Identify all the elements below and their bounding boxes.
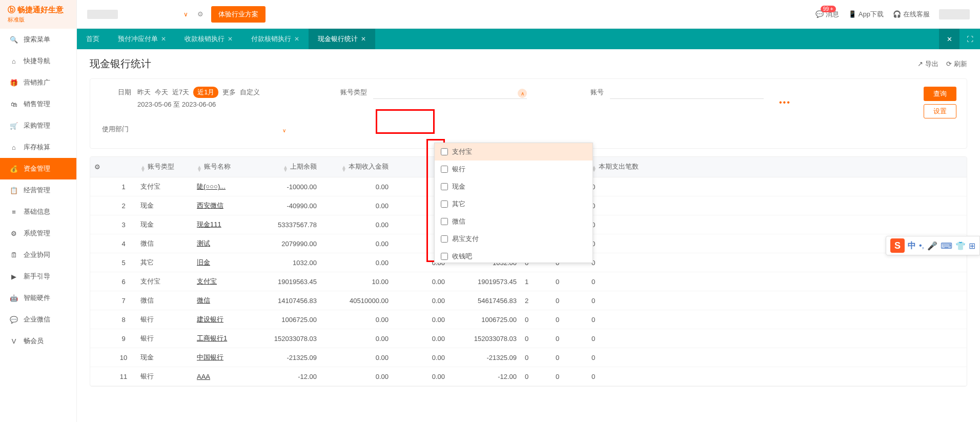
tab-3[interactable]: 付款核销执行✕ bbox=[242, 29, 309, 49]
ime-toolbox-icon[interactable]: ⊞ bbox=[969, 241, 975, 251]
col-header-0[interactable]: ⚙ bbox=[90, 157, 111, 177]
dropdown-checkbox[interactable] bbox=[441, 166, 448, 173]
tab-2[interactable]: 收款核销执行✕ bbox=[175, 29, 242, 49]
col-header-10[interactable]: ▲▼本期支出笔数 bbox=[587, 157, 967, 177]
cell-type: 银行 bbox=[136, 329, 193, 348]
cell-name-link[interactable]: 陡(○○○)... bbox=[193, 177, 254, 196]
col-header-1[interactable] bbox=[111, 157, 136, 177]
dropdown-checkbox[interactable] bbox=[441, 253, 448, 260]
close-icon[interactable]: ✕ bbox=[228, 35, 233, 43]
cell-name-link[interactable]: 西安微信 bbox=[193, 196, 254, 215]
tab-expand-button[interactable]: ⛶ bbox=[959, 29, 980, 49]
dropdown-checkbox[interactable] bbox=[441, 200, 448, 208]
account-type-input[interactable] bbox=[373, 87, 527, 99]
sidebar-item-10[interactable]: 🗓企业协同 bbox=[0, 244, 76, 266]
sidebar-item-2[interactable]: 🎁营销推广 bbox=[0, 72, 76, 93]
more-dots-icon[interactable]: ••• bbox=[779, 98, 791, 107]
cell-name-link[interactable]: AAA bbox=[193, 367, 254, 386]
row-index: 6 bbox=[111, 272, 136, 291]
logo-icon: ⓑ bbox=[8, 5, 15, 15]
dropdown-item-2[interactable]: 现金 bbox=[435, 178, 593, 195]
cell-name-link[interactable]: 旧金 bbox=[193, 253, 254, 272]
cell-name-link[interactable]: 工商银行1 bbox=[193, 329, 254, 348]
export-button[interactable]: ↗导出 bbox=[917, 59, 938, 69]
gear-icon[interactable]: ⚙ bbox=[197, 10, 203, 18]
close-icon[interactable]: ✕ bbox=[361, 35, 366, 43]
dept-input[interactable] bbox=[135, 124, 289, 135]
dropdown-checkbox[interactable] bbox=[441, 148, 448, 155]
app-download-link[interactable]: 📱 App下载 bbox=[848, 10, 884, 19]
cell-name-link[interactable]: 现金111 bbox=[193, 215, 254, 234]
refresh-button[interactable]: ⟳刷新 bbox=[946, 59, 967, 69]
close-icon[interactable]: ✕ bbox=[161, 35, 166, 43]
cell-type: 银行 bbox=[136, 310, 193, 329]
org-selector[interactable]: ∨ bbox=[87, 10, 190, 19]
ime-mic-icon[interactable]: 🎤 bbox=[927, 241, 937, 251]
sidebar-item-13[interactable]: 💬企业微信 bbox=[0, 309, 76, 330]
sidebar-item-11[interactable]: ▶新手引导 bbox=[0, 266, 76, 287]
ime-lang-toggle[interactable]: 中 bbox=[908, 240, 916, 251]
cell-cnt: 0 bbox=[552, 367, 587, 386]
query-button[interactable]: 查询 bbox=[924, 87, 956, 101]
nav-icon: 🛍 bbox=[9, 99, 18, 109]
col-header-5[interactable]: ▲▼本期收入金额 bbox=[321, 157, 393, 177]
cell-name-link[interactable]: 测试 bbox=[193, 234, 254, 253]
nav-label: 销售管理 bbox=[24, 99, 50, 109]
dropdown-item-1[interactable]: 银行 bbox=[435, 160, 593, 178]
account-input[interactable] bbox=[610, 87, 764, 99]
col-header-4[interactable]: ▲▼上期余额 bbox=[254, 157, 321, 177]
sidebar-item-1[interactable]: ⌂快捷导航 bbox=[0, 50, 76, 72]
dropdown-checkbox[interactable] bbox=[441, 218, 448, 225]
ime-skin-icon[interactable]: 👕 bbox=[955, 241, 966, 251]
sidebar-item-6[interactable]: 💰资金管理 bbox=[0, 158, 76, 179]
tab-1[interactable]: 预付冲应付单✕ bbox=[109, 29, 175, 49]
gear-icon[interactable]: ⚙ bbox=[94, 163, 100, 171]
ime-punct-icon[interactable]: •, bbox=[919, 241, 924, 250]
user-avatar[interactable] bbox=[939, 9, 970, 19]
try-industry-button[interactable]: 体验行业方案 bbox=[211, 6, 266, 23]
col-header-2[interactable]: ▲▼账号类型 bbox=[136, 157, 193, 177]
cell-name-link[interactable]: 支付宝 bbox=[193, 272, 254, 291]
row-index: 7 bbox=[111, 291, 136, 310]
col-header-3[interactable]: ▲▼账号名称 bbox=[193, 157, 254, 177]
cell-name-link[interactable]: 建设银行 bbox=[193, 310, 254, 329]
chevron-up-icon[interactable]: ∧ bbox=[518, 89, 527, 98]
tab-4[interactable]: 现金银行统计✕ bbox=[309, 29, 375, 49]
dropdown-item-4[interactable]: 微信 bbox=[435, 213, 593, 230]
cell-outcnt: 0 bbox=[587, 196, 967, 215]
date-opt-自定义[interactable]: 自定义 bbox=[240, 88, 260, 97]
sidebar-item-3[interactable]: 🛍销售管理 bbox=[0, 93, 76, 115]
sidebar-item-4[interactable]: 🛒采购管理 bbox=[0, 115, 76, 136]
dropdown-item-0[interactable]: 支付宝 bbox=[435, 143, 593, 160]
date-opt-今天[interactable]: 今天 bbox=[155, 88, 168, 97]
dropdown-item-5[interactable]: 易宝支付 bbox=[435, 230, 593, 248]
sidebar-item-7[interactable]: 📋经营管理 bbox=[0, 179, 76, 201]
ime-logo-icon[interactable]: S bbox=[890, 238, 905, 253]
date-opt-昨天[interactable]: 昨天 bbox=[137, 88, 151, 97]
date-opt-近7天[interactable]: 近7天 bbox=[172, 88, 189, 97]
sidebar-item-5[interactable]: ⌂库存核算 bbox=[0, 136, 76, 158]
sidebar-item-9[interactable]: ⚙系统管理 bbox=[0, 223, 76, 244]
dropdown-checkbox[interactable] bbox=[441, 183, 448, 190]
cell-name-link[interactable]: 微信 bbox=[193, 291, 254, 310]
sidebar-item-12[interactable]: 🤖智能硬件 bbox=[0, 287, 76, 309]
date-opt-更多[interactable]: 更多 bbox=[222, 88, 236, 97]
cell-prev: -40990.00 bbox=[254, 196, 321, 215]
online-service-link[interactable]: 🎧 在线客服 bbox=[893, 10, 930, 19]
chevron-down-icon[interactable]: ∨ bbox=[279, 126, 289, 135]
dropdown-checkbox[interactable] bbox=[441, 235, 448, 243]
sidebar-item-0[interactable]: 🔍搜索菜单 bbox=[0, 29, 76, 50]
date-opt-近1月[interactable]: 近1月 bbox=[193, 87, 218, 98]
dropdown-item-3[interactable]: 其它 bbox=[435, 195, 593, 213]
cell-name-link[interactable]: 中国银行 bbox=[193, 348, 254, 367]
sidebar-item-14[interactable]: V畅会员 bbox=[0, 330, 76, 352]
setting-button[interactable]: 设置 bbox=[924, 104, 956, 118]
close-icon[interactable]: ✕ bbox=[294, 35, 299, 43]
row-index: 4 bbox=[111, 234, 136, 253]
tab-close-all-button[interactable]: ✕ bbox=[939, 29, 959, 49]
messages-link[interactable]: 💬 99 + 消息 bbox=[815, 10, 839, 19]
ime-keyboard-icon[interactable]: ⌨ bbox=[941, 241, 952, 251]
dropdown-item-6[interactable]: 收钱吧 bbox=[435, 248, 593, 263]
sidebar-item-8[interactable]: ≡基础信息 bbox=[0, 201, 76, 223]
tab-0[interactable]: 首页 bbox=[77, 29, 109, 49]
